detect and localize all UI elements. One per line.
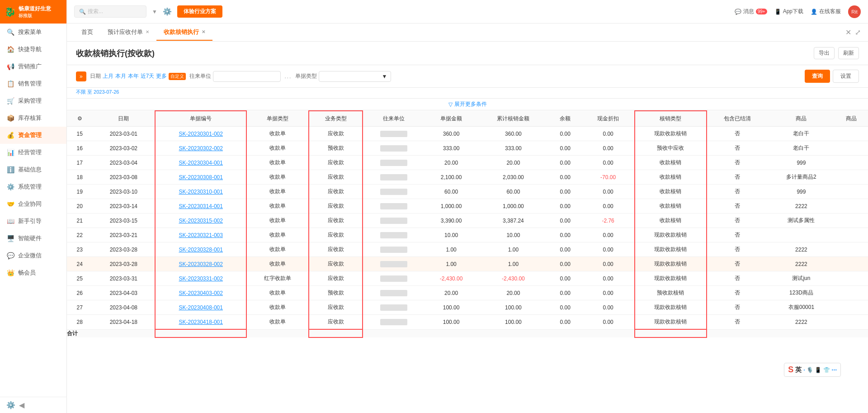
col-product[interactable]: 商品 <box>768 111 834 127</box>
table-row[interactable]: 20 2023-03-14 SK-20230314-001 收款单 应收款 1,… <box>67 199 868 214</box>
col-bill-type[interactable]: 单据类型 <box>246 111 309 127</box>
col-counterpart[interactable]: 往来单位 <box>363 111 425 127</box>
cell-date: 2023-03-08 <box>92 170 155 185</box>
date-this-year[interactable]: 本年 <box>128 72 139 80</box>
col-date[interactable]: 日期 <box>92 111 155 127</box>
col-cancel-type[interactable]: 核销类型 <box>635 111 707 127</box>
date-range-text: 不限 至 2023-07-26 <box>76 89 119 95</box>
app-download-btn[interactable]: 📱 App下载 <box>774 8 803 15</box>
sidebar-item-purchase[interactable]: 🛒采购管理 <box>0 92 66 109</box>
message-btn[interactable]: 💬 消息 99+ <box>735 8 767 15</box>
bill-no-link[interactable]: SK-20230304-001 <box>179 160 223 166</box>
topbar-search[interactable]: 🔍 搜索... <box>74 5 146 18</box>
tab-1[interactable]: 预计应收付单✕ <box>100 24 156 41</box>
export-btn[interactable]: 导出 <box>814 47 835 59</box>
bill-no-link[interactable]: SK-20230321-003 <box>179 232 223 238</box>
date-custom[interactable]: 自定义 <box>169 73 186 80</box>
gear-icon[interactable]: ⚙️ <box>163 7 172 16</box>
cell-bill-type: 收款单 <box>246 170 309 185</box>
sidebar-item-marketing[interactable]: 📢营销推广 <box>0 58 66 75</box>
table-row[interactable]: 19 2023-03-10 SK-20230310-001 收款单 应收款 60… <box>67 185 868 199</box>
date-last-7[interactable]: 近7天 <box>141 72 155 80</box>
tab-close-2[interactable]: ✕ <box>202 29 205 34</box>
bill-no-link[interactable]: SK-20230403-002 <box>179 290 223 296</box>
sidebar-item-enterprise[interactable]: 🤝企业协同 <box>0 195 66 213</box>
table-row[interactable]: 24 2023-03-28 SK-20230328-002 收款单 应收款 1.… <box>67 257 868 271</box>
col-biz-type[interactable]: 业务类型 <box>309 111 362 127</box>
user-avatar[interactable]: Rit <box>848 5 861 18</box>
sidebar-item-wechat[interactable]: 💬企业微信 <box>0 247 66 264</box>
table-row[interactable]: 16 2023-03-02 SK-20230302-002 收款单 预收款 33… <box>67 141 868 156</box>
tab-close-1[interactable]: ✕ <box>146 29 149 34</box>
bill-no-link[interactable]: SK-20230418-001 <box>179 319 223 325</box>
sidebar-item-hardware[interactable]: 🖥️智能硬件 <box>0 230 66 247</box>
sidebar-item-guide[interactable]: 📖新手引导 <box>0 213 66 230</box>
table-row[interactable]: 21 2023-03-15 SK-20230315-002 收款单 应收款 3,… <box>67 214 868 228</box>
table-row[interactable]: 27 2023-04-08 SK-20230408-001 收款单 应收款 10… <box>67 300 868 315</box>
dropdown-arrow[interactable]: ▼ <box>152 9 157 15</box>
filter-settings-btn[interactable]: 设置 <box>833 70 859 83</box>
bill-type-select[interactable]: ▼ <box>319 71 391 82</box>
date-last-month[interactable]: 上月 <box>103 72 113 80</box>
col-cash-discount[interactable]: 现金折扣 <box>582 111 634 127</box>
sidebar-item-operation[interactable]: 📊经营管理 <box>0 144 66 161</box>
cell-biz-type: 预收款 <box>309 141 362 156</box>
cell-bill-type: 收款单 <box>246 127 309 141</box>
counterpart-input[interactable] <box>213 71 281 82</box>
close-tab-icon[interactable]: ✕ <box>845 28 851 37</box>
bill-no-link[interactable]: SK-20230314-001 <box>179 203 223 209</box>
collapse-icon[interactable]: ◀ <box>19 401 24 409</box>
bill-no-link[interactable]: SK-20230328-002 <box>179 261 223 267</box>
col-include-settled[interactable]: 包含已结清 <box>707 111 769 127</box>
sidebar-item-finance[interactable]: 💰资金管理 <box>0 127 66 144</box>
col-balance[interactable]: 余额 <box>548 111 582 127</box>
cell-balance: 0.00 <box>548 141 582 156</box>
tab-2[interactable]: 收款核销执行✕ <box>156 24 212 41</box>
sidebar-item-nav[interactable]: 🏠快捷导航 <box>0 41 66 58</box>
col-product2[interactable]: 商品 <box>835 111 868 127</box>
query-btn[interactable]: 查询 <box>805 70 830 83</box>
table-row[interactable]: 23 2023-03-28 SK-20230328-001 收款单 应收款 1.… <box>67 242 868 257</box>
col-bill-no[interactable]: 单据编号 <box>155 111 246 127</box>
table-row[interactable]: 25 2023-03-31 SK-20230331-002 红字收款单 应收款 … <box>67 271 868 286</box>
bill-no-link[interactable]: SK-20230302-002 <box>179 145 223 152</box>
table-row[interactable]: 15 2023-03-01 SK-20230301-002 收款单 应收款 36… <box>67 127 868 141</box>
online-service-btn[interactable]: 👤 在线客服 <box>811 8 841 15</box>
expand-conditions-btn[interactable]: ▽ 展开更多条件 <box>448 100 487 108</box>
sidebar-item-basic[interactable]: ℹ️基础信息 <box>0 161 66 178</box>
topbar: 🔍 搜索... ▼ ⚙️ 体验行业方案 💬 消息 99+ 📱 App下载 👤 在… <box>67 0 868 24</box>
table-row[interactable]: 22 2023-03-21 SK-20230321-003 收款单 应收款 10… <box>67 228 868 242</box>
sidebar-item-inventory[interactable]: 📦库存核算 <box>0 109 66 127</box>
sidebar-item-sales[interactable]: 📋销售管理 <box>0 75 66 92</box>
bill-no-link[interactable]: SK-20230331-002 <box>179 275 223 282</box>
cell-product2 <box>835 286 868 300</box>
bill-no-link[interactable]: SK-20230301-002 <box>179 131 223 137</box>
counterpart-value <box>380 189 407 195</box>
bill-no-link[interactable]: SK-20230308-001 <box>179 174 223 180</box>
tab-0[interactable]: 首页 <box>74 24 100 41</box>
sidebar-item-system[interactable]: ⚙️系统管理 <box>0 178 66 195</box>
expand-tab-icon[interactable]: ⤢ <box>855 28 861 37</box>
filter-toggle-btn[interactable]: » <box>76 71 86 81</box>
service-icon: 👤 <box>811 9 817 15</box>
industry-btn[interactable]: 体验行业方案 <box>177 5 222 18</box>
table-row[interactable]: 26 2023-04-03 SK-20230403-002 收款单 预收款 20… <box>67 286 868 300</box>
bill-no-link[interactable]: SK-20230310-001 <box>179 189 223 195</box>
date-this-month[interactable]: 本月 <box>115 72 126 80</box>
date-more[interactable]: 更多 <box>156 72 167 80</box>
col-total-cancel[interactable]: 累计核销金额 <box>478 111 548 127</box>
bill-no-link[interactable]: SK-20230315-002 <box>179 218 223 224</box>
table-row[interactable]: 18 2023-03-08 SK-20230308-001 收款单 应收款 2,… <box>67 170 868 185</box>
table-row[interactable]: 28 2023-04-18 SK-20230418-001 收款单 应收款 10… <box>67 315 868 330</box>
col-settings[interactable]: ⚙ <box>67 111 92 127</box>
settings-icon[interactable]: ⚙️ <box>6 401 15 409</box>
refresh-btn[interactable]: 刷新 <box>838 47 859 59</box>
col-amount[interactable]: 单据金额 <box>424 111 478 127</box>
cell-bill-no: SK-20230302-002 <box>155 141 246 156</box>
sidebar-item-member[interactable]: 👑畅会员 <box>0 264 66 281</box>
table-row[interactable]: 17 2023-03-04 SK-20230304-001 收款单 应收款 20… <box>67 156 868 170</box>
bill-no-link[interactable]: SK-20230328-001 <box>179 247 223 253</box>
bill-no-link[interactable]: SK-20230408-001 <box>179 304 223 311</box>
cell-bill-type: 收款单 <box>246 185 309 199</box>
sidebar-item-search[interactable]: 🔍搜索菜单 <box>0 24 66 41</box>
